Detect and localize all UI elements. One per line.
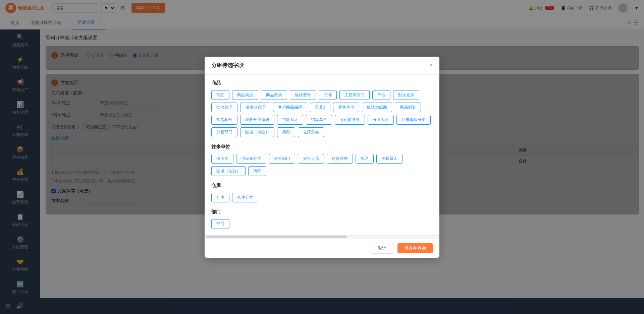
field-tag[interactable]: 商品: [211, 90, 229, 100]
field-group-product-title: 商品: [211, 80, 433, 86]
field-tag[interactable]: 分管人员: [298, 154, 324, 164]
field-tag[interactable]: 默认供应商: [362, 103, 392, 112]
field-tag[interactable]: 客户商品编码: [273, 103, 307, 112]
field-tag[interactable]: 保质期管理: [240, 103, 270, 112]
field-tag[interactable]: 规格型号: [290, 90, 316, 100]
field-tag[interactable]: 往来单位分类: [396, 115, 431, 125]
dialog-hscrollbar[interactable]: [205, 235, 439, 239]
field-tag[interactable]: 分管部门: [211, 127, 237, 137]
field-tag[interactable]: 仓库分类: [232, 193, 258, 202]
dialog-footer: 取消 保存并查询: [205, 239, 439, 258]
field-tag[interactable]: 简称: [248, 166, 266, 176]
field-tag[interactable]: 品牌: [319, 90, 337, 100]
field-group-dept: 部门 部门: [211, 209, 433, 229]
field-tag[interactable]: 默认仓库: [393, 90, 419, 100]
field-tag[interactable]: 分管部门: [269, 154, 295, 164]
dialog-hscroll-thumb[interactable]: [206, 236, 347, 238]
field-tag[interactable]: 商品别名: [395, 103, 421, 112]
field-tag[interactable]: 拣货积分: [211, 115, 237, 125]
field-tag[interactable]: 税收分类编码: [240, 115, 274, 125]
field-tag[interactable]: 商品分类: [261, 90, 287, 100]
field-tag[interactable]: 简称: [277, 127, 295, 137]
field-tag[interactable]: 分管人员: [368, 115, 394, 125]
field-tag[interactable]: 批次管理: [211, 103, 237, 112]
field-tag[interactable]: 部门: [211, 219, 229, 229]
field-tag[interactable]: 区域（地区）: [240, 127, 274, 137]
field-group-product: 商品 商品 商品类型 商品分类 规格型号 品牌 主要供应商 产地 默认仓库 批次…: [211, 80, 433, 137]
field-group-partner: 往来单位 供应商 供应商分类 分管部门 分管人员 付款条件 地区 主联系人 区域…: [211, 144, 433, 176]
dialog: 分组待选字段 × 商品 商品 商品类型 商品分类 规格型号 品牌 主要供应商 产…: [205, 57, 439, 258]
field-tag[interactable]: 商品类型: [232, 90, 258, 100]
fields-wrap-partner: 供应商 供应商分类 分管部门 分管人员 付款条件 地区 主联系人 区域（地区） …: [211, 154, 433, 176]
field-tag[interactable]: 主联系人: [277, 115, 303, 125]
field-tag[interactable]: 主联系人: [376, 154, 402, 164]
field-tag[interactable]: 付款条件: [327, 154, 353, 164]
dialog-header: 分组待选字段 ×: [205, 57, 439, 75]
dialog-title: 分组待选字段: [211, 62, 244, 69]
field-group-warehouse-title: 仓库: [211, 183, 433, 189]
field-tag[interactable]: 地区: [356, 154, 374, 164]
field-tag[interactable]: 结算单位: [306, 115, 332, 125]
field-tag[interactable]: 供应商分类: [236, 154, 266, 164]
field-tag[interactable]: 仓库分类: [298, 127, 324, 137]
dialog-body: 商品 商品 商品类型 商品分类 规格型号 品牌 主要供应商 产地 默认仓库 批次…: [205, 75, 439, 235]
confirm-button[interactable]: 保存并查询: [397, 243, 433, 253]
field-tag[interactable]: 重量3: [310, 103, 330, 112]
field-group-partner-title: 往来单位: [211, 144, 433, 150]
cancel-button[interactable]: 取消: [371, 243, 393, 254]
field-tag[interactable]: 主要供应商: [339, 90, 370, 100]
fields-wrap-warehouse: 仓库 仓库分类: [211, 193, 433, 202]
fields-wrap-product: 商品 商品类型 商品分类 规格型号 品牌 主要供应商 产地 默认仓库 批次管理 …: [211, 90, 433, 137]
field-group-warehouse: 仓库 仓库 仓库分类: [211, 183, 433, 202]
field-tag[interactable]: 收付款条件: [335, 115, 365, 125]
dialog-close-icon[interactable]: ×: [429, 62, 433, 69]
field-tag[interactable]: 区域（地区）: [211, 166, 246, 176]
field-tag[interactable]: 仓库: [211, 193, 229, 202]
field-tag[interactable]: 零售单位: [333, 103, 359, 112]
field-group-dept-title: 部门: [211, 209, 433, 215]
modal-overlay: 分组待选字段 × 商品 商品 商品类型 商品分类 规格型号 品牌 主要供应商 产…: [0, 0, 644, 298]
field-tag[interactable]: 供应商: [211, 154, 233, 164]
fields-wrap-dept: 部门: [211, 219, 433, 229]
field-tag[interactable]: 产地: [372, 90, 390, 100]
